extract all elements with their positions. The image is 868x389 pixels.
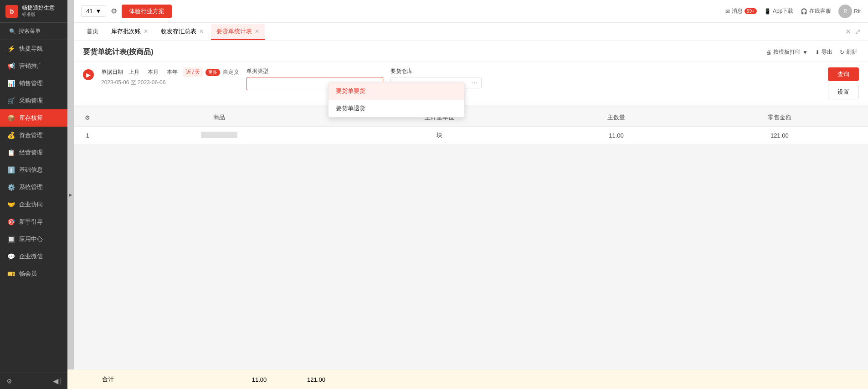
topbar: 41 ▼ ⚙ 体验行业方案 ✉ 消息 99+ 📱 App下载 🎧 在线客服	[74, 0, 868, 23]
collapse-sidebar-button[interactable]: ◀	[53, 377, 61, 385]
this-month-btn[interactable]: 本月	[145, 67, 161, 77]
tab-bar-right: ✕ ⤢	[845, 27, 861, 36]
user-initials: R	[844, 9, 847, 14]
tab-receipt-summary[interactable]: 收发存汇总表 ✕	[155, 24, 209, 40]
sidebar-item-finance[interactable]: 💰 资金管理	[0, 127, 67, 144]
this-year-btn[interactable]: 本年	[164, 67, 180, 77]
newbie-icon: 🎯	[6, 218, 15, 225]
sidebar-item-system[interactable]: ⚙️ 系统管理	[0, 179, 67, 196]
tab-requisition-stats[interactable]: 要货单统计表 ✕	[211, 24, 265, 40]
query-button[interactable]: 查询	[828, 67, 859, 81]
user-avatar-item[interactable]: R Rit	[838, 5, 861, 18]
sidebar-item-label: 应用中心	[19, 235, 43, 243]
app-version: 标准版	[22, 11, 55, 18]
footer-amount: 121.00	[289, 376, 344, 383]
expand-tab-icon[interactable]: ⤢	[855, 27, 861, 36]
sidebar-item-label: 营销推广	[19, 62, 43, 70]
tab-requisition-stats-label: 要货单统计表	[216, 27, 252, 36]
data-table: ⚙ 商品 主计量单位 主数量 零售金额 1 块	[74, 109, 868, 144]
table-footer: 合计 11.00 121.00	[74, 369, 868, 389]
more-dates-badge[interactable]: 更多	[205, 69, 220, 76]
row-index: 1	[74, 127, 101, 144]
settings-icon[interactable]: ⚙	[85, 114, 90, 121]
trial-button[interactable]: 体验行业方案	[122, 5, 172, 18]
nav-menu: ⚡ 快捷导航 📢 营销推广 📊 销售管理 🛒 采购管理 📦 库存核算 💰 资金管…	[0, 40, 67, 373]
sidebar-item-app-center[interactable]: 🔲 应用中心	[0, 230, 67, 248]
close-requisition-stats-icon[interactable]: ✕	[255, 28, 259, 35]
tab-home-label: 首页	[87, 27, 98, 36]
sidebar-item-newbie[interactable]: 🎯 新手引导	[0, 213, 67, 230]
enterprise-icon: 🤝	[6, 201, 15, 208]
sidebar-item-base-info[interactable]: ℹ️ 基础信息	[0, 161, 67, 179]
tab-batch-account-label: 库存批次账	[111, 27, 141, 36]
date-filter-row: 单据日期 上月 本月 本年 近7天 更多 自定义	[101, 67, 239, 77]
set-button[interactable]: 设置	[828, 85, 859, 99]
topbar-left: 41 ▼ ⚙ 体验行业方案	[81, 5, 172, 18]
warehouse-more-icon[interactable]: ⋯	[472, 79, 478, 86]
app-center-icon: 🔲	[6, 235, 15, 243]
sidebar-expand-strip[interactable]: ▶	[67, 0, 74, 389]
refresh-button[interactable]: ↻ 刷新	[838, 46, 859, 58]
dropdown-option-requisition[interactable]: 要货单要货	[329, 82, 464, 100]
app-logo: b 畅捷通好生意 标准版	[0, 0, 67, 23]
last-7-days-btn[interactable]: 近7天	[183, 67, 203, 77]
search-menu[interactable]: 🔍 搜索菜单	[0, 23, 67, 40]
messages-item[interactable]: ✉ 消息 99+	[725, 7, 757, 15]
close-all-icon[interactable]: ✕	[845, 27, 851, 36]
date-filter-label: 单据日期	[101, 68, 123, 76]
sidebar: b 畅捷通好生意 标准版 🔍 搜索菜单 ⚡ 快捷导航 📢 营销推广 📊 销售管理…	[0, 0, 67, 389]
corp-wechat-icon: 💬	[6, 253, 15, 260]
online-service-item[interactable]: 🎧 在线客服	[801, 7, 831, 15]
custom-date-btn[interactable]: 自定义	[223, 68, 239, 76]
sidebar-item-label: 企业微信	[19, 252, 43, 261]
tab-home[interactable]: 首页	[81, 24, 104, 40]
messages-label: 消息	[732, 7, 743, 15]
collapse-separator	[60, 378, 61, 384]
close-receipt-summary-icon[interactable]: ✕	[199, 28, 204, 35]
footer-quantity: 11.00	[230, 376, 289, 383]
sidebar-footer: ⚙ ◀	[0, 373, 67, 389]
sidebar-item-corp-wechat[interactable]: 💬 企业微信	[0, 248, 67, 265]
print-button[interactable]: 🖨 按模板打印 ▼	[764, 46, 810, 58]
topbar-settings-icon[interactable]: ⚙	[111, 7, 117, 15]
avatar: R	[838, 5, 852, 18]
sidebar-item-enterprise[interactable]: 🤝 企业协同	[0, 196, 67, 213]
sidebar-item-operation[interactable]: 📋 经营管理	[0, 144, 67, 161]
col-amount: 零售金额	[691, 109, 868, 127]
date-range-display: 2023-05-06 至 2023-06-06	[101, 79, 239, 87]
sidebar-item-label: 资金管理	[19, 131, 43, 139]
last-month-btn[interactable]: 上月	[126, 67, 142, 77]
export-button[interactable]: ⬇ 导出	[813, 46, 834, 58]
dropdown-option-return[interactable]: 要货单退货	[329, 100, 464, 117]
system-icon: ⚙️	[6, 184, 15, 191]
page-actions: 🖨 按模板打印 ▼ ⬇ 导出 ↻ 刷新	[764, 46, 859, 58]
page-title: 要货单统计表(按商品)	[83, 47, 154, 57]
topbar-right: ✉ 消息 99+ 📱 App下载 🎧 在线客服 R Rit	[725, 5, 861, 18]
sidebar-item-label: 快捷导航	[19, 45, 43, 53]
dropdown-option-label: 要货单退货	[336, 105, 365, 112]
filter-expand-button[interactable]: ▶	[83, 69, 94, 80]
sidebar-item-membership[interactable]: 🎫 畅会员	[0, 265, 67, 282]
filter-area: ▶ 单据日期 上月 本月 本年 近7天 更多 自定义 2023-05-06 至 …	[74, 62, 868, 105]
table-row: 1 块 11.00 121.00	[74, 127, 868, 144]
print-icon: 🖨	[766, 49, 771, 56]
base-info-icon: ℹ️	[6, 166, 15, 174]
chevron-down-icon: ▼	[802, 49, 808, 56]
store-value: 41	[86, 8, 92, 15]
sidebar-item-quick-nav[interactable]: ⚡ 快捷导航	[0, 40, 67, 57]
sidebar-item-purchase[interactable]: 🛒 采购管理	[0, 92, 67, 109]
marketing-icon: 📢	[6, 62, 15, 70]
chevron-down-icon: ▼	[95, 8, 101, 15]
sidebar-item-label: 系统管理	[19, 183, 43, 191]
settings-icon[interactable]: ⚙	[6, 378, 12, 385]
sidebar-item-marketing[interactable]: 📢 营销推广	[0, 57, 67, 75]
sidebar-item-inventory[interactable]: 📦 库存核算	[0, 109, 67, 127]
close-batch-account-icon[interactable]: ✕	[144, 28, 148, 35]
warehouse-filter-label: 要货仓库	[390, 67, 482, 75]
store-selector[interactable]: 41 ▼	[81, 5, 106, 17]
app-download-item[interactable]: 📱 App下载	[764, 7, 793, 15]
tab-receipt-summary-label: 收发存汇总表	[161, 27, 196, 36]
sidebar-item-sales[interactable]: 📊 销售管理	[0, 75, 67, 92]
tab-batch-account[interactable]: 库存批次账 ✕	[106, 24, 154, 40]
headset-icon: 🎧	[801, 8, 807, 15]
